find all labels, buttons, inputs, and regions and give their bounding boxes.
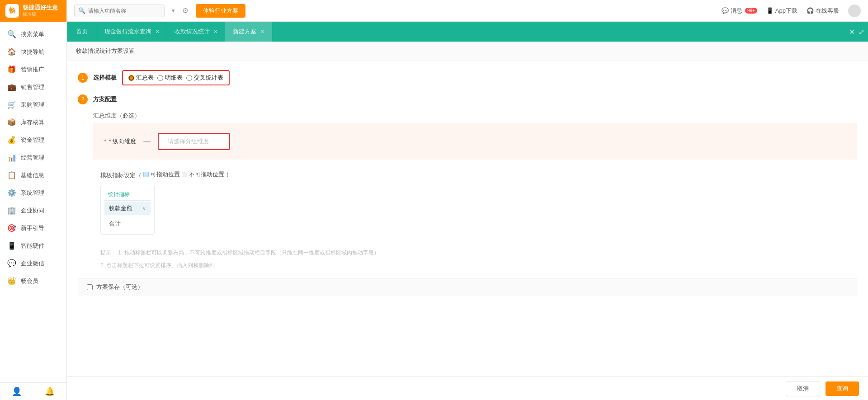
sidebar-item-smart-hw[interactable]: 📱 智能硬件 bbox=[0, 237, 66, 254]
sidebar-item-label: 基础信息 bbox=[21, 171, 44, 179]
trial-button[interactable]: 体验行业方案 bbox=[196, 4, 245, 18]
tips-area: 提示： 1. 拖动标题栏可以调整布局，不可跨维度或指标区域拖动栏目字段（只能在同… bbox=[93, 242, 857, 278]
tab-bar-actions: ✕ ⤢ bbox=[845, 22, 868, 42]
sidebar-item-enterprise[interactable]: 🏢 企业协同 bbox=[0, 202, 66, 219]
service-icon: 🎧 bbox=[807, 7, 814, 14]
metric-category-label: 统计指标 bbox=[104, 189, 151, 201]
sidebar-item-finance[interactable]: 💰 资金管理 bbox=[0, 131, 66, 149]
bell-icon: 🔔 bbox=[45, 386, 55, 396]
dimension-select-box[interactable]: 请选择分组维度 bbox=[158, 133, 230, 150]
step2-row: 2 方案配置 bbox=[78, 94, 857, 104]
sidebar-item-label: 企业协同 bbox=[21, 207, 44, 215]
sidebar-item-label: 新手引导 bbox=[21, 224, 44, 232]
footer-bar: 取消 查询 bbox=[67, 376, 868, 400]
tab-bank-flow-close[interactable]: ✕ bbox=[155, 28, 160, 35]
form-section: 1 选择模板 汇总表 明细表 交叉统计表 bbox=[67, 61, 868, 376]
radio-detail-input[interactable] bbox=[157, 75, 163, 81]
operations-icon: 📊 bbox=[7, 153, 16, 162]
sidebar-item-label: 系统管理 bbox=[21, 189, 44, 197]
config-area: 汇总维度（必选） * * 纵向维度 — 请选择分组维度 模板指标 bbox=[78, 112, 857, 278]
sidebar-item-marketing[interactable]: 🎁 营销推广 bbox=[0, 61, 66, 78]
gear-icon: ⚙️ bbox=[7, 188, 16, 197]
notification-count: 99+ bbox=[745, 8, 757, 14]
logo-badge: 标准版 bbox=[23, 11, 58, 18]
page-title: 收款情况统计方案设置 bbox=[67, 42, 868, 61]
tab-home-label: 首页 bbox=[76, 28, 88, 36]
vertical-dimension-label: * * 纵向维度 bbox=[104, 137, 136, 146]
metric-card-collection[interactable]: 收款金额 ∨ bbox=[104, 202, 151, 215]
cancel-button[interactable]: 取消 bbox=[786, 381, 820, 396]
sidebar-bottom: 👤 🔔 bbox=[0, 382, 66, 400]
sidebar-item-inventory[interactable]: 📦 库存核算 bbox=[0, 113, 66, 131]
tab-home[interactable]: 首页 bbox=[67, 22, 97, 42]
sidebar-logo: 畅 畅捷通好生意 标准版 bbox=[0, 0, 66, 22]
sidebar-item-label: 快捷导航 bbox=[21, 48, 44, 56]
tab-collection-stats[interactable]: 收款情况统计 ✕ bbox=[167, 22, 226, 42]
tab-bank-flow[interactable]: 现金银行流水查询 ✕ bbox=[97, 22, 167, 42]
tab-bank-flow-label: 现金银行流水查询 bbox=[104, 28, 151, 36]
radio-cross-label: 交叉统计表 bbox=[194, 74, 223, 82]
sidebar-item-search-menu[interactable]: 🔍 搜索菜单 bbox=[0, 25, 66, 43]
vertical-label-text: * 纵向维度 bbox=[109, 138, 137, 145]
app-icon: 📱 bbox=[766, 7, 774, 14]
non-draggable-label: 不可拖动位置 bbox=[189, 170, 224, 179]
sidebar-item-beginner[interactable]: 🎯 新手引导 bbox=[0, 219, 66, 237]
radio-detail[interactable]: 明细表 bbox=[157, 74, 183, 82]
online-service-label: 在线客服 bbox=[816, 7, 839, 15]
metric-dropdown-icon[interactable]: ∨ bbox=[142, 206, 146, 212]
message-icon: 💬 bbox=[722, 7, 729, 14]
logo-icon: 畅 bbox=[5, 4, 19, 18]
search-dropdown-icon[interactable]: ▾ bbox=[172, 7, 175, 14]
sidebar-item-label: 营销推广 bbox=[21, 66, 44, 74]
sidebar-item-sales[interactable]: 💼 销售管理 bbox=[0, 78, 66, 96]
radio-detail-label: 明细表 bbox=[165, 74, 183, 82]
radio-summary[interactable]: 汇总表 bbox=[128, 74, 154, 82]
save-checkbox[interactable] bbox=[87, 284, 93, 290]
guide-icon: 🎯 bbox=[7, 224, 16, 232]
search-input[interactable] bbox=[88, 8, 160, 14]
sidebar-item-wechat[interactable]: 💬 企业微信 bbox=[0, 254, 66, 272]
dimension-arrow: — bbox=[143, 137, 151, 146]
save-row: 方案保存（可选） bbox=[78, 278, 857, 296]
notification-btn[interactable]: 💬 消息 99+ bbox=[722, 7, 757, 15]
tab-new-plan-close[interactable]: ✕ bbox=[260, 28, 264, 35]
sidebar-item-operations[interactable]: 📊 经营管理 bbox=[0, 149, 66, 166]
logo-text-area: 畅捷通好生意 标准版 bbox=[23, 4, 58, 18]
draggable-label: 可拖动位置 bbox=[151, 170, 180, 179]
non-draggable-dot bbox=[182, 172, 187, 177]
query-button[interactable]: 查询 bbox=[826, 381, 859, 396]
sales-icon: 💼 bbox=[7, 83, 16, 91]
top-header: 🔍 ▾ ⚙ 体验行业方案 💬 消息 99+ 📱 App下载 🎧 在线客服 bbox=[67, 0, 868, 22]
maximize-tab-action[interactable]: ⤢ bbox=[859, 28, 864, 36]
search-icon: 🔍 bbox=[7, 30, 16, 38]
app-download-btn[interactable]: 📱 App下载 bbox=[766, 7, 797, 15]
metrics-indicators: 可拖动位置 不可拖动位置 ） bbox=[143, 170, 232, 179]
sidebar-item-label: 经营管理 bbox=[21, 154, 44, 162]
sidebar-item-basic-info[interactable]: 📋 基础信息 bbox=[0, 166, 66, 184]
sidebar-item-member[interactable]: 👑 畅会员 bbox=[0, 272, 66, 290]
user-avatar[interactable] bbox=[848, 5, 861, 17]
sidebar-item-quick-nav[interactable]: 🏠 快捷导航 bbox=[0, 43, 66, 61]
settings-icon[interactable]: ⚙ bbox=[182, 6, 189, 15]
user-icon: 👤 bbox=[12, 386, 22, 396]
sidebar-item-sys-mgmt[interactable]: ⚙️ 系统管理 bbox=[0, 184, 66, 202]
step2-number: 2 bbox=[78, 94, 88, 104]
radio-summary-input[interactable] bbox=[128, 75, 134, 81]
tip-line-1: 提示： 1. 拖动标题栏可以调整布局，不可跨维度或指标区域拖动栏目字段（只能在同… bbox=[100, 247, 850, 258]
sidebar-bottom-user[interactable]: 👤 bbox=[12, 386, 22, 396]
step1-row: 1 选择模板 汇总表 明细表 交叉统计表 bbox=[78, 70, 857, 85]
tab-new-plan[interactable]: 新建方案 ✕ bbox=[226, 22, 272, 42]
search-bar-icon: 🔍 bbox=[78, 7, 85, 14]
tip-line-2: 2. 点击标题栏下拉可设置排序、插入列和删除列 bbox=[100, 260, 850, 271]
tab-collection-close[interactable]: ✕ bbox=[213, 28, 218, 35]
main-content: 🔍 ▾ ⚙ 体验行业方案 💬 消息 99+ 📱 App下载 🎧 在线客服 bbox=[67, 0, 868, 400]
save-label: 方案保存（可选） bbox=[96, 283, 143, 291]
radio-cross[interactable]: 交叉统计表 bbox=[186, 74, 223, 82]
radio-cross-input[interactable] bbox=[186, 75, 192, 81]
close-tab-action[interactable]: ✕ bbox=[849, 28, 855, 36]
sidebar-bottom-bell[interactable]: 🔔 bbox=[45, 386, 55, 396]
online-service-btn[interactable]: 🎧 在线客服 bbox=[807, 7, 839, 15]
sidebar-item-purchase[interactable]: 🛒 采购管理 bbox=[0, 96, 66, 113]
search-bar[interactable]: 🔍 bbox=[74, 5, 165, 17]
radio-summary-label: 汇总表 bbox=[136, 74, 154, 82]
